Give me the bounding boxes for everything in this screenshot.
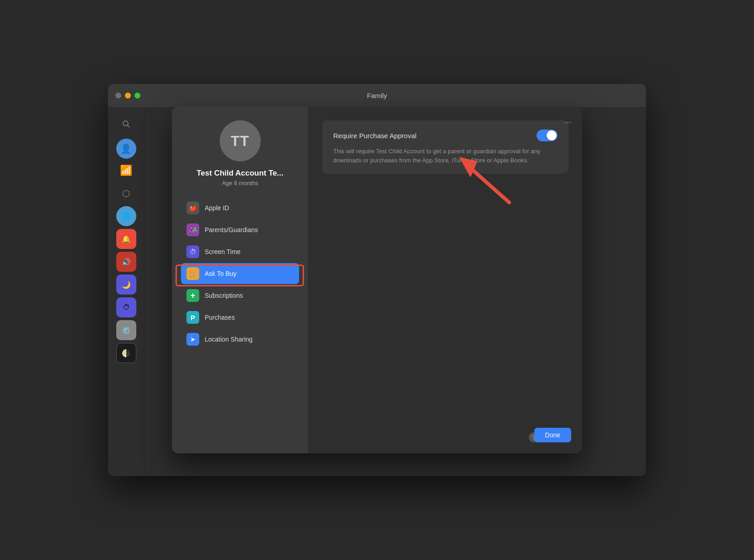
system-preferences-window: Family 👤 📶 ⬡ 🌐 🔔 🔊 🌙 ⏱ ⚙️ 🌗: [108, 84, 646, 476]
modal-overlay: TT Test Child Account Te... Age 8 months…: [108, 84, 646, 476]
nav-label-ask-to-buy: Ask To Buy: [205, 270, 237, 277]
modal-sidebar: TT Test Child Account Te... Age 8 months…: [172, 107, 309, 453]
ellipsis-button[interactable]: ···: [564, 118, 571, 127]
rpc-header: Require Purchase Approval: [333, 130, 558, 141]
nav-item-apple-id[interactable]: 🍎 Apple ID: [181, 197, 299, 218]
rpc-description: This will require Test Child Account to …: [333, 147, 558, 165]
nav-item-subscriptions[interactable]: + Subscriptions: [181, 285, 299, 306]
child-age: Age 8 months: [222, 180, 258, 187]
nav-icon-ask-to-buy: 🛒: [186, 267, 199, 280]
nav-item-screentime[interactable]: ⏱ Screen Time: [181, 241, 299, 262]
nav-icon-subscriptions: +: [186, 289, 199, 302]
nav-label-subscriptions: Subscriptions: [205, 292, 243, 299]
child-name: Test Child Account Te...: [196, 169, 283, 178]
require-purchase-card: Require Purchase Approval This will requ…: [322, 120, 568, 174]
require-purchase-toggle[interactable]: [537, 130, 558, 141]
modal-window: TT Test Child Account Te... Age 8 months…: [172, 107, 582, 453]
nav-icon-purchases: P: [186, 311, 199, 324]
nav-label-location: Location Sharing: [205, 336, 253, 343]
nav-label-purchases: Purchases: [205, 314, 235, 321]
avatar: TT: [220, 120, 261, 161]
nav-label-screentime: Screen Time: [205, 248, 241, 255]
nav-item-location[interactable]: ➤ Location Sharing: [181, 329, 299, 350]
nav-item-purchases[interactable]: P Purchases: [181, 307, 299, 328]
nav-icon-screentime: ⏱: [186, 245, 199, 258]
nav-icon-apple-id: 🍎: [186, 202, 199, 214]
nav-item-ask-to-buy[interactable]: 🛒 Ask To Buy: [181, 263, 299, 284]
rpc-title: Require Purchase Approval: [333, 132, 417, 140]
nav-label-apple-id: Apple ID: [205, 204, 229, 212]
nav-icon-location: ➤: [186, 333, 199, 346]
nav-item-parents[interactable]: 👫 Parents/Guardians: [181, 219, 299, 240]
modal-right: ··· Require Purchase Approval This will …: [309, 107, 582, 453]
nav-label-parents: Parents/Guardians: [205, 226, 258, 233]
nav-icon-parents: 👫: [186, 223, 199, 236]
toggle-knob: [547, 130, 557, 140]
done-button[interactable]: Done: [534, 428, 571, 442]
